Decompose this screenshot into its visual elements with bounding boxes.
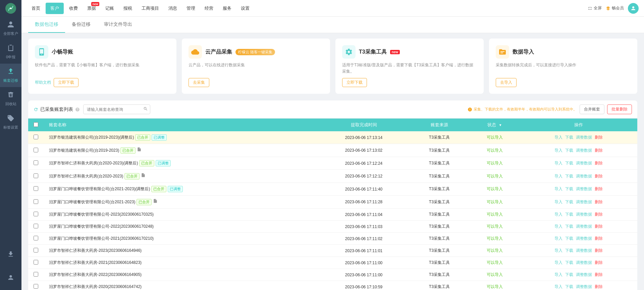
sidebar-item-recycle[interactable]: 回收站 [0, 87, 21, 111]
row-op-删除[interactable]: 删除 [595, 212, 603, 217]
fullscreen-btn[interactable]: 全屏 [588, 5, 602, 11]
tab-data-migration[interactable]: 数据包迁移 [28, 17, 65, 33]
topnav-settings[interactable]: 设置 [236, 0, 254, 17]
row-op-下载[interactable]: 下载 [565, 260, 573, 265]
row-op-导入[interactable]: 导入 [554, 212, 562, 217]
topnav-management[interactable]: 管理 [182, 0, 200, 17]
sidebar-item-download[interactable] [0, 243, 21, 267]
row-checkbox[interactable] [34, 186, 38, 191]
row-op-下载[interactable]: 下载 [565, 161, 573, 165]
topnav-operation[interactable]: 经营 [200, 0, 218, 17]
row-op-导入[interactable]: 导入 [554, 187, 562, 191]
row-op-下载[interactable]: 下载 [565, 224, 573, 229]
row-op-下载[interactable]: 下载 [565, 135, 573, 140]
topnav-invoice[interactable]: 票据 new [83, 0, 101, 17]
row-op-删除[interactable]: 删除 [595, 187, 603, 191]
row-op-导入[interactable]: 导入 [554, 200, 562, 204]
row-op-导入[interactable]: 导入 [554, 248, 562, 253]
row-op-下载[interactable]: 下载 [565, 148, 573, 153]
row-checkbox[interactable] [34, 212, 38, 216]
download-now-btn[interactable]: 立即下载 [54, 78, 78, 87]
row-checkbox[interactable] [34, 248, 38, 252]
help-doc-link[interactable]: 帮助文档 [35, 80, 51, 85]
row-op-调整数据[interactable]: 调整数据 [576, 236, 592, 241]
row-op-导入[interactable]: 导入 [554, 174, 562, 178]
sidebar-item-account-migration[interactable]: 账套迁移 [0, 64, 21, 87]
select-all-checkbox[interactable] [34, 122, 38, 127]
row-op-导入[interactable]: 导入 [554, 148, 562, 153]
go-collect-btn[interactable]: 去采集 [189, 78, 209, 87]
sidebar-item-tag-settings[interactable]: 标签设置 [0, 111, 21, 134]
topnav-payment[interactable]: 收费 [64, 0, 83, 17]
row-checkbox[interactable] [34, 160, 38, 165]
row-op-调整数据[interactable]: 调整数据 [576, 260, 592, 265]
download-t3-btn[interactable]: 立即下载 [342, 78, 367, 87]
row-op-下载[interactable]: 下载 [565, 187, 573, 191]
row-op-导入[interactable]: 导入 [554, 224, 562, 229]
row-op-删除[interactable]: 删除 [595, 135, 603, 140]
row-op-导入[interactable]: 导入 [554, 284, 562, 289]
row-op-调整数据[interactable]: 调整数据 [576, 272, 592, 277]
row-checkbox[interactable] [34, 173, 38, 178]
tab-backup-migration[interactable]: 备份迁移 [65, 17, 97, 33]
sidebar-item-user-profile[interactable] [0, 267, 21, 290]
row-op-删除[interactable]: 删除 [595, 224, 603, 229]
row-op-删除[interactable]: 删除 [595, 161, 603, 165]
row-op-删除[interactable]: 删除 [595, 272, 603, 277]
batch-delete-btn[interactable]: 批量删除 [607, 104, 632, 114]
row-op-调整数据[interactable]: 调整数据 [576, 135, 592, 140]
row-op-导入[interactable]: 导入 [554, 236, 562, 241]
row-op-调整数据[interactable]: 调整数据 [576, 161, 592, 165]
row-checkbox[interactable] [34, 224, 38, 228]
sidebar-item-all-clients[interactable]: 全部客户 [0, 17, 21, 40]
row-checkbox[interactable] [34, 236, 38, 240]
merge-btn[interactable]: 合并账套 [580, 104, 604, 114]
topnav-client[interactable]: 客户 [46, 3, 64, 14]
row-op-删除[interactable]: 删除 [595, 236, 603, 241]
row-op-删除[interactable]: 删除 [595, 174, 603, 178]
row-op-调整数据[interactable]: 调整数据 [576, 187, 592, 191]
row-checkbox[interactable] [34, 260, 38, 265]
user-avatar[interactable] [628, 3, 639, 14]
row-checkbox[interactable] [34, 284, 38, 289]
row-op-下载[interactable]: 下载 [565, 248, 573, 253]
row-op-导入[interactable]: 导入 [554, 272, 562, 277]
row-op-下载[interactable]: 下载 [565, 236, 573, 241]
row-checkbox[interactable] [34, 199, 38, 204]
topnav-service[interactable]: 服务 [218, 0, 236, 17]
go-import-btn[interactable]: 去导入 [496, 78, 517, 87]
row-op-下载[interactable]: 下载 [565, 174, 573, 178]
row-op-下载[interactable]: 下载 [565, 284, 573, 289]
row-checkbox[interactable] [34, 148, 38, 152]
tab-audit-export[interactable]: 审计文件导出 [97, 17, 139, 33]
row-op-调整数据[interactable]: 调整数据 [576, 284, 592, 289]
member-btn[interactable]: 畅会员 [606, 5, 624, 11]
row-op-导入[interactable]: 导入 [554, 161, 562, 165]
row-op-删除[interactable]: 删除 [595, 248, 603, 253]
row-op-导入[interactable]: 导入 [554, 135, 562, 140]
row-op-调整数据[interactable]: 调整数据 [576, 148, 592, 153]
row-op-下载[interactable]: 下载 [565, 200, 573, 204]
row-op-删除[interactable]: 删除 [595, 284, 603, 289]
topnav-industrial[interactable]: 工商项目 [137, 0, 164, 17]
row-op-调整数据[interactable]: 调整数据 [576, 248, 592, 253]
topnav-tax[interactable]: 报税 [119, 0, 137, 17]
row-op-删除[interactable]: 删除 [595, 148, 603, 153]
row-checkbox[interactable] [34, 272, 38, 277]
topnav-bookkeeping[interactable]: 记账 [101, 0, 119, 17]
search-button[interactable] [141, 105, 150, 114]
row-op-导入[interactable]: 导入 [554, 260, 562, 265]
topnav-message[interactable]: 消息 [164, 0, 182, 17]
row-op-下载[interactable]: 下载 [565, 212, 573, 217]
row-op-删除[interactable]: 删除 [595, 200, 603, 204]
row-op-下载[interactable]: 下载 [565, 272, 573, 277]
row-op-调整数据[interactable]: 调整数据 [576, 200, 592, 204]
sidebar-item-zero-report[interactable]: 0申报 [0, 40, 21, 64]
topnav-home[interactable]: 首页 [27, 0, 45, 17]
row-checkbox[interactable] [34, 135, 38, 139]
row-op-调整数据[interactable]: 调整数据 [576, 212, 592, 217]
row-op-调整数据[interactable]: 调整数据 [576, 174, 592, 178]
row-op-删除[interactable]: 删除 [595, 260, 603, 265]
row-op-调整数据[interactable]: 调整数据 [576, 224, 592, 229]
search-input[interactable] [84, 105, 141, 114]
